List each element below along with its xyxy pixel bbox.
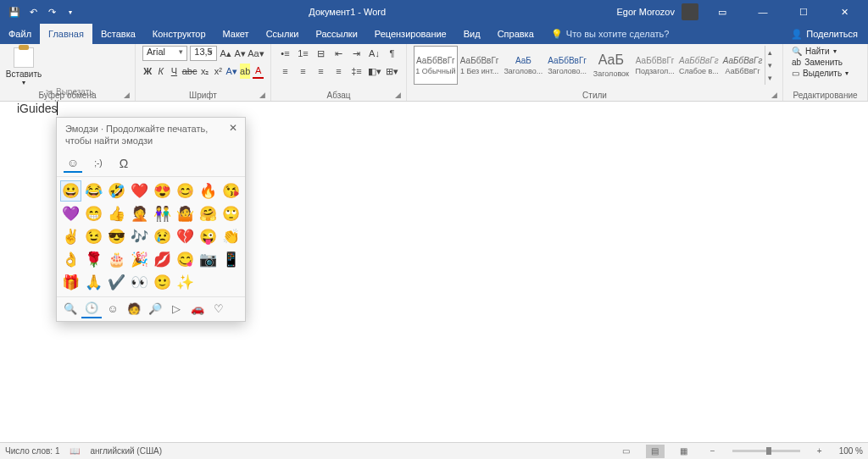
shrink-font-icon[interactable]: A▾ <box>234 46 246 61</box>
subscript-icon[interactable]: x₂ <box>199 64 210 79</box>
highlight-icon[interactable]: ab <box>240 64 251 79</box>
style-h1[interactable]: AaБЗаголово... <box>502 46 546 85</box>
save-icon[interactable]: 💾 <box>7 4 22 19</box>
zoom-out-icon[interactable]: − <box>704 445 722 458</box>
style-extra[interactable]: АаБбВвГгАаБбВвГг <box>721 46 765 85</box>
line-spacing-icon[interactable]: ‡≡ <box>349 64 364 79</box>
tab-references[interactable]: Ссылки <box>258 24 308 44</box>
zoom-level[interactable]: 100 % <box>839 446 863 456</box>
emoji-category[interactable]: 🔎 <box>145 300 165 318</box>
emoji-category[interactable]: 🧑 <box>124 300 144 318</box>
tab-file[interactable]: Файл <box>0 24 40 44</box>
emoji-item[interactable]: 🌹 <box>83 249 104 270</box>
bullets-icon[interactable]: •≡ <box>278 46 292 61</box>
styles-launcher-icon[interactable]: ◢ <box>771 91 780 99</box>
gallery-down-icon[interactable]: ▾ <box>765 58 776 71</box>
emoji-category[interactable]: 🔍 <box>60 300 81 318</box>
spellcheck-icon[interactable]: 📖 <box>70 446 80 456</box>
emoji-item[interactable]: 👌 <box>60 249 81 270</box>
tab-home[interactable]: Главная <box>40 24 92 44</box>
tab-insert[interactable]: Вставка <box>92 24 144 44</box>
align-right-icon[interactable]: ≡ <box>314 64 328 79</box>
emoji-item[interactable]: 😁 <box>83 203 104 224</box>
emoji-item[interactable]: 💜 <box>60 203 81 224</box>
increase-indent-icon[interactable]: ⇥ <box>349 46 364 61</box>
emoji-close-icon[interactable]: ✕ <box>226 121 240 135</box>
emoji-item[interactable]: 🤦 <box>129 203 150 224</box>
find-button[interactable]: 🔍Найти▾ <box>790 46 860 57</box>
emoji-item[interactable]: 😢 <box>152 226 173 247</box>
style-h2[interactable]: АаБбВвГгЗаголово... <box>545 46 589 85</box>
emoji-category[interactable]: 🕒 <box>81 300 102 318</box>
word-count[interactable]: Число слов: 1 <box>5 446 59 456</box>
grow-font-icon[interactable]: A▴ <box>220 46 231 61</box>
emoji-category[interactable]: ▷ <box>166 300 186 318</box>
emoji-item[interactable]: 😘 <box>220 180 242 202</box>
emoji-item[interactable]: 🎁 <box>60 272 81 293</box>
emoji-item[interactable]: 🤗 <box>198 203 219 224</box>
emoji-item[interactable]: 🙂 <box>152 272 173 293</box>
emoji-item[interactable]: ✔️ <box>106 272 127 293</box>
emoji-item[interactable]: 💔 <box>175 226 196 247</box>
tab-view[interactable]: Вид <box>455 24 489 44</box>
clipboard-launcher-icon[interactable]: ◢ <box>124 91 132 99</box>
close-icon[interactable]: ✕ <box>827 0 861 24</box>
emoji-tab-smiley[interactable]: ☺ <box>64 154 82 173</box>
emoji-item[interactable]: 📷 <box>198 249 219 270</box>
gallery-more-icon[interactable]: ▾ <box>765 72 776 85</box>
emoji-item[interactable]: 🎂 <box>106 249 127 270</box>
tab-layout[interactable]: Макет <box>214 24 258 44</box>
emoji-item[interactable]: 😜 <box>198 226 219 247</box>
shading-icon[interactable]: ◧▾ <box>367 64 381 79</box>
emoji-item[interactable]: 📱 <box>220 249 242 270</box>
emoji-item[interactable]: 🤷 <box>175 203 196 224</box>
emoji-category[interactable]: ♡ <box>209 300 229 318</box>
text-effects-icon[interactable]: A▾ <box>226 64 237 79</box>
emoji-item[interactable]: 🔥 <box>198 180 219 202</box>
emoji-item[interactable]: 😎 <box>106 226 127 247</box>
borders-icon[interactable]: ⊞▾ <box>385 64 399 79</box>
style-title[interactable]: AaБЗаголовок <box>589 46 633 85</box>
select-button[interactable]: ▭Выделить▾ <box>790 68 860 79</box>
user-name[interactable]: Egor Morozov <box>617 7 675 17</box>
paste-button[interactable]: Вставить ▾ <box>7 46 41 86</box>
paragraph-launcher-icon[interactable]: ◢ <box>395 91 403 99</box>
undo-icon[interactable]: ↶ <box>25 4 41 19</box>
emoji-item[interactable]: 😍 <box>152 180 173 202</box>
decrease-indent-icon[interactable]: ⇤ <box>331 46 346 61</box>
style-emphasis[interactable]: АаБбВвГгСлабое в... <box>677 46 721 85</box>
document-text[interactable]: iGuides <box>17 102 58 115</box>
ribbon-options-icon[interactable]: ▭ <box>705 0 739 24</box>
maximize-icon[interactable]: ☐ <box>787 0 821 24</box>
font-family-select[interactable]: Arial <box>142 46 187 61</box>
style-subtitle[interactable]: АаБбВвГгПодзагол... <box>633 46 677 85</box>
emoji-item[interactable]: 🤣 <box>106 180 127 202</box>
read-mode-icon[interactable]: ▭ <box>617 445 636 458</box>
redo-icon[interactable]: ↷ <box>44 4 59 19</box>
change-case-icon[interactable]: Aa▾ <box>248 46 264 61</box>
tab-design[interactable]: Конструктор <box>144 24 214 44</box>
share-button[interactable]: 👤 Поделиться <box>781 24 868 44</box>
emoji-category[interactable]: ☺ <box>103 300 123 318</box>
user-avatar[interactable] <box>682 3 698 20</box>
bold-button[interactable]: Ж <box>142 64 153 79</box>
emoji-item[interactable]: 🙄 <box>220 203 242 224</box>
emoji-item[interactable]: 👫 <box>152 203 173 224</box>
print-layout-icon[interactable]: ▤ <box>646 445 665 458</box>
emoji-tab-kaomoji[interactable]: ;-) <box>89 154 108 173</box>
align-center-icon[interactable]: ≡ <box>296 64 310 79</box>
multilevel-icon[interactable]: ⊟ <box>314 46 328 61</box>
qat-dropdown-icon[interactable]: ▾ <box>63 4 78 19</box>
emoji-item[interactable]: ❤️ <box>129 180 150 202</box>
language-status[interactable]: английский (США) <box>90 446 162 456</box>
zoom-in-icon[interactable]: + <box>810 445 829 458</box>
emoji-item[interactable]: 😀 <box>60 180 81 202</box>
tab-mailings[interactable]: Рассылки <box>307 24 365 44</box>
font-size-select[interactable]: 13,5 <box>190 46 217 61</box>
zoom-slider[interactable] <box>732 450 800 452</box>
emoji-item[interactable]: 😂 <box>83 180 104 202</box>
emoji-item[interactable]: 😊 <box>175 180 196 202</box>
emoji-item[interactable]: 👏 <box>220 226 242 247</box>
emoji-item[interactable]: 👍 <box>106 203 127 224</box>
emoji-item[interactable]: 👀 <box>129 272 150 293</box>
